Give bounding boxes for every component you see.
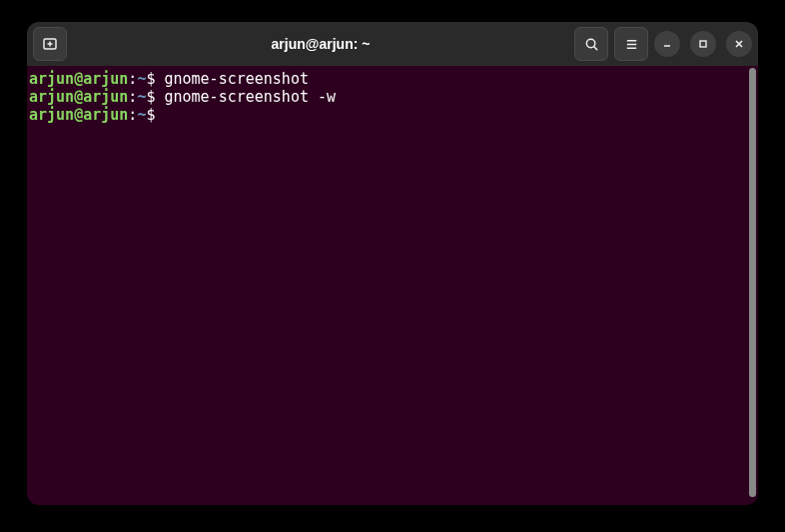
window-title: arjun@arjun: ~ — [73, 36, 568, 52]
new-tab-icon — [42, 36, 58, 52]
command: gnome-screenshot -w — [164, 88, 336, 106]
hamburger-icon — [624, 37, 639, 52]
prompt-dollar: $ — [146, 70, 164, 88]
maximize-button[interactable] — [690, 31, 716, 57]
titlebar-right-buttons-circle — [654, 31, 752, 57]
new-tab-button[interactable] — [33, 27, 67, 61]
close-button[interactable] — [726, 31, 752, 57]
scrollbar[interactable] — [748, 66, 758, 505]
svg-rect-9 — [700, 41, 706, 47]
svg-point-3 — [586, 39, 594, 47]
maximize-icon — [698, 39, 708, 49]
titlebar-right-buttons-square — [574, 27, 648, 61]
close-icon — [734, 39, 744, 49]
titlebar: arjun@arjun: ~ — [27, 22, 758, 66]
menu-button[interactable] — [614, 27, 648, 61]
terminal-line: arjun@arjun:~$ — [29, 106, 746, 124]
search-icon — [584, 37, 599, 52]
minimize-icon — [662, 39, 672, 49]
prompt-user: arjun@arjun — [29, 70, 128, 88]
command: gnome-screenshot — [164, 70, 309, 88]
svg-line-4 — [593, 46, 596, 49]
terminal-content[interactable]: arjun@arjun:~$ gnome-screenshotarjun@arj… — [27, 66, 748, 505]
terminal-area[interactable]: arjun@arjun:~$ gnome-screenshotarjun@arj… — [27, 66, 758, 505]
prompt-dollar: $ — [146, 106, 164, 124]
search-button[interactable] — [574, 27, 608, 61]
prompt-user: arjun@arjun — [29, 88, 128, 106]
scrollbar-thumb[interactable] — [749, 68, 756, 497]
terminal-window: arjun@arjun: ~ — [27, 22, 758, 505]
minimize-button[interactable] — [654, 31, 680, 57]
terminal-line: arjun@arjun:~$ gnome-screenshot -w — [29, 88, 746, 106]
prompt-dollar: $ — [146, 88, 164, 106]
prompt-user: arjun@arjun — [29, 106, 128, 124]
titlebar-left — [33, 27, 67, 61]
terminal-line: arjun@arjun:~$ gnome-screenshot — [29, 70, 746, 88]
